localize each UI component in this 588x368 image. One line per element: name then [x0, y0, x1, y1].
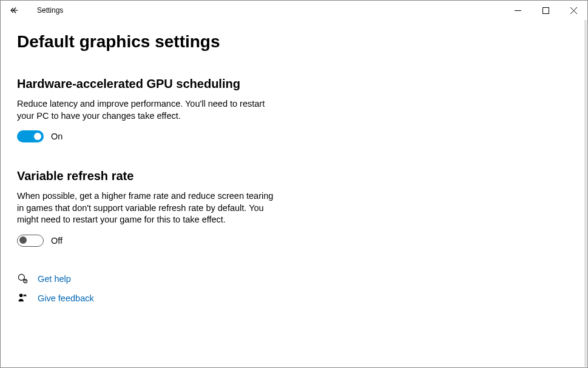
vrr-toggle[interactable] — [17, 235, 44, 247]
titlebar-left: Settings — [5, 1, 63, 19]
vrr-heading: Variable refresh rate — [17, 169, 304, 183]
page-title: Default graphics settings — [17, 32, 304, 52]
content: Default graphics settings Hardware-accel… — [1, 20, 304, 304]
app-title: Settings — [37, 6, 63, 15]
close-icon — [570, 7, 577, 14]
get-help-row: Get help — [17, 273, 304, 284]
back-button[interactable] — [5, 1, 24, 19]
svg-point-3 — [19, 294, 22, 298]
titlebar: Settings — [1, 1, 587, 20]
footer-links: Get help Give feedback — [17, 273, 304, 304]
window-controls — [504, 1, 587, 20]
maximize-icon — [542, 7, 549, 14]
gpu-scheduling-description: Reduce latency and improve performance. … — [17, 98, 278, 122]
feedback-icon — [17, 293, 28, 304]
help-icon — [17, 273, 28, 284]
minimize-icon — [515, 7, 521, 14]
gpu-scheduling-heading: Hardware-accelerated GPU scheduling — [17, 77, 304, 91]
vrr-toggle-label: Off — [51, 236, 63, 246]
gpu-scheduling-toggle[interactable] — [17, 130, 44, 142]
maximize-button[interactable] — [532, 1, 559, 20]
scrollbar[interactable] — [584, 20, 587, 367]
get-help-link[interactable]: Get help — [38, 274, 71, 284]
give-feedback-link[interactable]: Give feedback — [38, 293, 94, 303]
svg-point-1 — [18, 275, 24, 281]
svg-rect-0 — [542, 7, 549, 13]
minimize-button[interactable] — [504, 1, 532, 20]
close-button[interactable] — [559, 1, 587, 20]
gpu-scheduling-toggle-label: On — [51, 132, 63, 141]
gpu-scheduling-toggle-row: On — [17, 130, 304, 142]
back-arrow-icon — [9, 5, 20, 16]
vrr-description: When possible, get a higher frame rate a… — [17, 190, 278, 226]
vrr-toggle-row: Off — [17, 235, 304, 247]
give-feedback-row: Give feedback — [17, 293, 304, 304]
